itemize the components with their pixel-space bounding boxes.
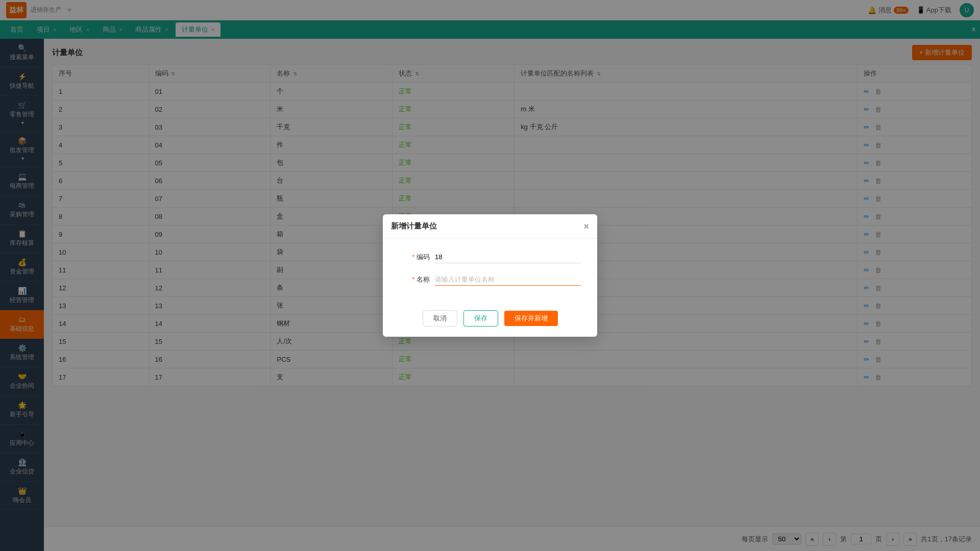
required-star-2: *: [412, 276, 414, 283]
code-input[interactable]: [435, 251, 581, 263]
modal-header: 新增计量单位 ×: [383, 214, 597, 239]
add-unit-modal: 新增计量单位 × * 编码 * 名称 取消 保存 保存并新增: [383, 214, 597, 337]
modal-footer: 取消 保存 保存并新增: [383, 304, 597, 337]
save-button[interactable]: 保存: [463, 310, 498, 327]
name-field-row: * 名称: [399, 273, 581, 286]
required-star: *: [412, 253, 414, 261]
save-new-button[interactable]: 保存并新增: [504, 311, 558, 326]
name-input[interactable]: [435, 273, 581, 286]
modal-close-button[interactable]: ×: [583, 222, 589, 231]
modal-body: * 编码 * 名称: [383, 239, 597, 304]
code-field-row: * 编码: [399, 251, 581, 263]
name-label: * 名称: [399, 275, 430, 284]
modal-overlay: 新增计量单位 × * 编码 * 名称 取消 保存 保存并新增: [0, 0, 980, 551]
code-label: * 编码: [399, 253, 430, 262]
modal-title: 新增计量单位: [391, 221, 437, 231]
cancel-button[interactable]: 取消: [423, 310, 457, 327]
